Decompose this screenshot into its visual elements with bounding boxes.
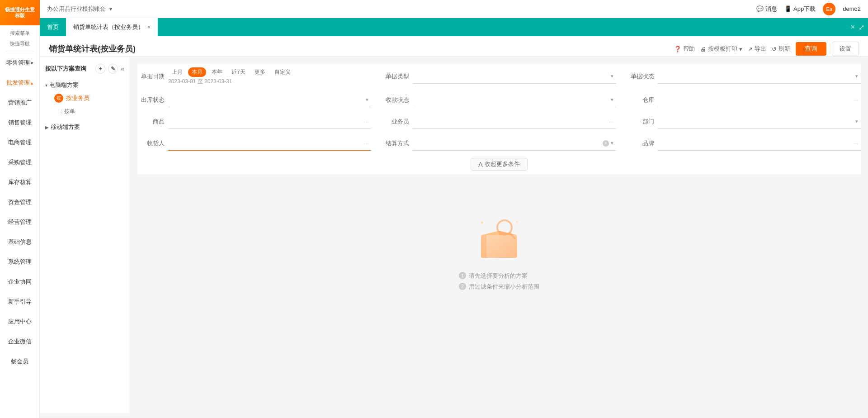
brand-control[interactable]: ··· xyxy=(658,136,861,151)
svg-text:★: ★ xyxy=(515,220,519,224)
print-icon: 🖨 xyxy=(700,46,706,52)
receiptstatus-dropdown-icon: ▾ xyxy=(611,97,613,103)
outstatus-label: 出库状态 xyxy=(137,96,168,104)
sidebar-item-marketing[interactable]: 营销推广 xyxy=(0,93,40,113)
export-button[interactable]: ↗ 导出 xyxy=(748,45,766,53)
receiver-dots-icon: ··· xyxy=(364,140,368,147)
collapse-chevron-icon: ⋀ xyxy=(478,161,483,167)
sidebar-search[interactable]: 搜索菜单 xyxy=(10,25,30,38)
goods-control[interactable]: ··· xyxy=(168,114,371,129)
date-label: 单据日期 xyxy=(137,72,168,81)
date-tab-custom[interactable]: 自定义 xyxy=(271,67,294,77)
settlement-control[interactable]: × ▾ xyxy=(413,136,616,151)
username[interactable]: demo2 xyxy=(843,5,861,12)
print-button[interactable]: 🖨 按模板打印 ▾ xyxy=(700,45,742,53)
sidebar-item-sales[interactable]: 销售管理 xyxy=(0,113,40,133)
warehouse-control[interactable]: ··· xyxy=(658,93,861,107)
scheme-group-desktop-header[interactable]: ▾ 电脑端方案 xyxy=(40,79,130,91)
date-tab-lastmonth[interactable]: 上月 xyxy=(168,67,186,77)
doctype-control[interactable]: ▾ xyxy=(413,69,616,84)
date-tab-last7days[interactable]: 近7天 xyxy=(228,67,249,77)
sidebar-item-wholesale[interactable]: 批发管理▴ xyxy=(0,73,40,93)
query-button[interactable]: 查询 xyxy=(796,42,826,56)
settlement-clear-icon[interactable]: × xyxy=(603,140,609,147)
sidebar-item-basic[interactable]: 基础信息 xyxy=(0,232,40,252)
collapse-button-container: ⋀ 收起更多条件 xyxy=(137,154,861,174)
by-doc-icon: ≡ xyxy=(60,109,62,114)
doctype-label: 单据类型 xyxy=(382,72,413,81)
sidebar-item-enterprise[interactable]: 企业协同 xyxy=(0,272,40,292)
sidebar-item-purchase[interactable]: 采购管理 xyxy=(0,152,40,172)
sidebar-item-ecommerce[interactable]: 电商管理 xyxy=(0,133,40,152)
empty-tip-2: 2 用过滤条件来缩小分析范围 xyxy=(459,283,539,291)
top-bar: 办公用品行业模拟账套 ▾ 💬 消息 📱 App下载 Ea demo2 xyxy=(40,0,868,18)
date-tab-thismonth[interactable]: 本月 xyxy=(188,67,206,77)
sidebar-item-newbie[interactable]: 新手引导 xyxy=(0,292,40,312)
scheme-add-button[interactable]: + xyxy=(95,64,105,74)
avatar[interactable]: Ea xyxy=(823,3,835,15)
sidebar-item-member[interactable]: 畅会员 xyxy=(0,352,40,371)
sidebar-item-wechat[interactable]: 企业微信 xyxy=(0,332,40,352)
receiver-label: 收货人 xyxy=(137,139,168,147)
filter-date-field: 单据日期 上月 本月 本年 近7天 更多 自定义 xyxy=(137,67,371,86)
salesperson-control[interactable]: ··· xyxy=(413,114,616,129)
sidebar-item-system[interactable]: 系统管理 xyxy=(0,252,40,272)
filter-docstatus-field: 单据状态 ▾ xyxy=(627,69,861,84)
brand-label: 品牌 xyxy=(627,139,658,147)
scheme-group-mobile-header[interactable]: ▶ 移动端方案 xyxy=(40,121,130,133)
tab-home[interactable]: 首页 xyxy=(40,18,66,36)
sidebar-shortcut[interactable]: 快捷导航 xyxy=(10,38,30,49)
outstatus-control[interactable]: ▾ xyxy=(168,93,371,107)
logo-text: 畅捷通好生意 xyxy=(5,7,35,13)
sidebar-item-operation[interactable]: 经营管理 xyxy=(0,212,40,232)
filter-receiver-field: 收货人 ··· xyxy=(137,136,371,151)
scheme-group-desktop: ▾ 电脑端方案 按 按业务员 ≡ 按单 xyxy=(40,77,130,119)
svg-rect-3 xyxy=(481,235,486,258)
mobile-group-arrow: ▶ xyxy=(45,125,49,130)
scheme-item-salesperson[interactable]: 按 按业务员 xyxy=(40,91,130,105)
empty-illustration: ★ ★ xyxy=(472,210,526,265)
left-panel: 按以下方案查询 + ✎ « ▾ 电脑端方案 按 xyxy=(40,57,130,413)
date-tab-thisyear[interactable]: 本年 xyxy=(208,67,226,77)
export-icon: ↗ xyxy=(748,46,753,52)
scheme-collapse-button[interactable]: « xyxy=(121,65,124,72)
sidebar-item-inventory[interactable]: 库存核算 xyxy=(0,172,40,192)
tab-active[interactable]: 销货单统计表（按业务员） × xyxy=(66,18,158,36)
dept-control[interactable]: ▾ xyxy=(658,114,861,129)
refresh-icon: ↺ xyxy=(772,46,777,52)
receiver-input[interactable] xyxy=(171,140,364,147)
tab-close-all[interactable]: × xyxy=(851,23,855,31)
refresh-button[interactable]: ↺ 刷新 xyxy=(772,45,790,53)
sidebar-item-retail[interactable]: 零售管理▾ xyxy=(0,53,40,73)
collapse-more-button[interactable]: ⋀ 收起更多条件 xyxy=(471,158,528,171)
scheme-sub-item-by-doc[interactable]: ≡ 按单 xyxy=(40,105,130,118)
sidebar-item-finance[interactable]: 资金管理 xyxy=(0,192,40,212)
scheme-edit-button[interactable]: ✎ xyxy=(108,64,118,74)
breadcrumb-dropdown[interactable]: ▾ xyxy=(109,6,112,12)
svg-marker-1 xyxy=(481,231,499,235)
help-button[interactable]: ❓ 帮助 xyxy=(674,45,695,53)
receiptstatus-control[interactable]: ▾ xyxy=(413,93,616,107)
message-button[interactable]: 💬 消息 xyxy=(756,5,777,13)
filter-dept-field: 部门 ▾ xyxy=(627,114,861,129)
filter-receiptstatus-field: 收款状态 ▾ xyxy=(382,93,616,107)
right-content: 单据日期 上月 本月 本年 近7天 更多 自定义 xyxy=(130,57,868,413)
settings-button[interactable]: 设置 xyxy=(832,42,859,56)
receiptstatus-label: 收款状态 xyxy=(382,96,413,104)
settlement-dropdown-icon: ▾ xyxy=(611,140,613,146)
retail-arrow: ▾ xyxy=(31,61,33,66)
date-tabs-container: 上月 本月 本年 近7天 更多 自定义 xyxy=(168,67,371,77)
brand-dots-icon: ··· xyxy=(854,140,858,147)
tab-expand[interactable]: ⤢ xyxy=(859,23,864,32)
app-download-button[interactable]: 📱 App下载 xyxy=(784,5,816,13)
app-logo[interactable]: 畅捷通好生意 标版 xyxy=(0,0,40,25)
sidebar-item-appcenter[interactable]: 应用中心 xyxy=(0,312,40,332)
warehouse-dots-icon: ··· xyxy=(854,97,858,103)
docstatus-control[interactable]: ▾ xyxy=(658,69,861,84)
tip2-num: 2 xyxy=(459,283,466,290)
tab-close-icon[interactable]: × xyxy=(147,24,151,30)
top-bar-left: 办公用品行业模拟账套 ▾ xyxy=(47,5,112,13)
docstatus-dropdown-icon: ▾ xyxy=(855,73,858,79)
date-tab-more[interactable]: 更多 xyxy=(251,67,269,77)
receiver-control[interactable]: ··· xyxy=(168,136,371,151)
